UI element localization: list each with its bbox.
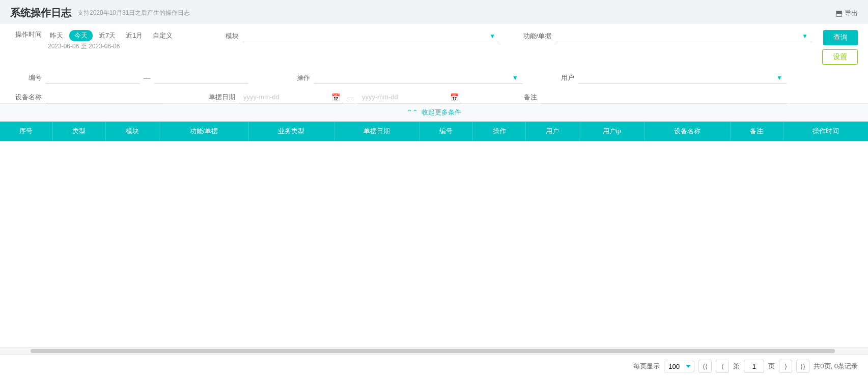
number-filter: 编号 — [10, 72, 248, 84]
col-function: 功能/单据 [159, 122, 248, 141]
page-input[interactable] [744, 360, 764, 373]
time-btn-1month[interactable]: 近1月 [122, 30, 147, 41]
first-page-button[interactable]: ⟨⟨ [698, 360, 712, 373]
operation-filter: 操作 ▼ [278, 72, 522, 84]
col-device: 设备名称 [645, 122, 730, 141]
export-button[interactable]: ⬒ 导出 [835, 9, 858, 18]
time-options-group: 昨天 今天 近7天 近1月 自定义 [46, 30, 177, 41]
page-unit: 页 [768, 362, 775, 371]
device-input[interactable] [46, 91, 163, 103]
number-dash: — [144, 74, 150, 82]
col-biz-type: 业务类型 [249, 122, 334, 141]
time-label: 操作时间 [10, 30, 46, 39]
filter-row-1: 操作时间 昨天 今天 近7天 近1月 自定义 2023-06-06 至 2023… [10, 30, 858, 65]
remark-input[interactable] [541, 91, 787, 103]
query-button[interactable]: 查询 [823, 30, 858, 45]
collapse-bar[interactable]: ⌃⌃ 收起更多条件 [0, 103, 868, 122]
col-op-time: 操作时间 [783, 122, 868, 141]
per-page-label: 每页显示 [633, 362, 660, 371]
collapse-label: 收起更多条件 [422, 108, 461, 116]
col-number: 编号 [419, 122, 472, 141]
time-btn-custom[interactable]: 自定义 [149, 30, 177, 41]
user-select[interactable] [578, 72, 787, 84]
number-label: 编号 [10, 73, 46, 82]
remark-filter: 备注 [506, 91, 787, 103]
action-buttons: 查询 设置 [822, 30, 858, 65]
col-remark: 备注 [730, 122, 783, 141]
function-filter: 功能/单据 ▼ [520, 30, 812, 42]
device-filter: 设备名称 [10, 91, 173, 103]
device-label: 设备名称 [10, 93, 46, 102]
filter-row-3: 设备名称 单据日期 📅 — 📅 备注 [10, 91, 858, 103]
col-seq: 序号 [0, 122, 52, 141]
page-container: 系统操作日志 支持2020年10月31日之后产生的操作日志 ⬒ 导出 操作时间 … [0, 0, 868, 378]
user-label: 用户 [543, 73, 578, 82]
table-wrapper: 序号 类型 模块 功能/单据 业务类型 单据日期 编号 操作 用户 用户ip 设… [0, 122, 868, 347]
time-filter-block: 操作时间 昨天 今天 近7天 近1月 自定义 2023-06-06 至 2023… [10, 30, 177, 51]
operation-label: 操作 [278, 73, 314, 82]
function-select[interactable] [555, 30, 812, 42]
col-operation: 操作 [472, 122, 525, 141]
filter-section: 操作时间 昨天 今天 近7天 近1月 自定义 2023-06-06 至 2023… [0, 24, 868, 103]
total-info: 共0页, 0条记录 [814, 362, 858, 371]
page-subtitle: 支持2020年10月31日之后产生的操作日志 [77, 9, 190, 17]
col-module: 模块 [106, 122, 159, 141]
col-type: 类型 [52, 122, 105, 141]
empty-area [0, 141, 868, 319]
number-input-to[interactable] [154, 72, 248, 84]
settings-button[interactable]: 设置 [822, 49, 858, 65]
horizontal-scrollbar[interactable] [0, 347, 868, 354]
col-doc-date: 单据日期 [334, 122, 419, 141]
export-label: 导出 [845, 9, 858, 18]
function-label: 功能/单据 [520, 32, 555, 41]
page-title: 系统操作日志 [10, 6, 71, 20]
pagination-bar: 每页显示 100 50 200 ⟨⟨ ⟨ 第 页 ⟩ ⟩⟩ 共0页, 0条记录 [0, 354, 868, 378]
time-btn-7days[interactable]: 近7天 [95, 30, 120, 41]
next-page-button[interactable]: ⟩ [779, 360, 792, 373]
time-btn-yesterday[interactable]: 昨天 [46, 30, 67, 41]
data-table: 序号 类型 模块 功能/单据 业务类型 单据日期 编号 操作 用户 用户ip 设… [0, 122, 868, 141]
time-btn-today[interactable]: 今天 [69, 30, 93, 41]
number-input-from[interactable] [46, 72, 139, 84]
date-label: 单据日期 [204, 93, 239, 102]
export-icon: ⬒ [835, 9, 843, 18]
module-filter: 模块 ▼ [207, 30, 499, 42]
time-range-display: 2023-06-06 至 2023-06-06 [48, 42, 177, 51]
calendar-from-icon[interactable]: 📅 [331, 93, 340, 101]
date-to-input[interactable] [358, 91, 462, 103]
module-select[interactable] [243, 30, 499, 42]
module-label: 模块 [207, 32, 243, 41]
collapse-icon: ⌃⌃ [407, 108, 418, 116]
filter-row-2: 编号 — 操作 ▼ 用户 [10, 72, 858, 84]
date-filter: 单据日期 📅 — 📅 [204, 91, 485, 103]
remark-label: 备注 [506, 93, 541, 102]
calendar-to-icon[interactable]: 📅 [450, 93, 459, 101]
table-header: 序号 类型 模块 功能/单据 业务类型 单据日期 编号 操作 用户 用户ip 设… [0, 122, 868, 141]
scrollbar-thumb[interactable] [31, 349, 835, 353]
prev-page-button[interactable]: ⟨ [716, 360, 729, 373]
table-header-row: 序号 类型 模块 功能/单据 业务类型 单据日期 编号 操作 用户 用户ip 设… [0, 122, 868, 141]
date-from-input[interactable] [239, 91, 343, 103]
page-label: 第 [733, 362, 740, 371]
col-user-ip: 用户ip [579, 122, 645, 141]
col-user: 用户 [526, 122, 579, 141]
page-header: 系统操作日志 支持2020年10月31日之后产生的操作日志 ⬒ 导出 [0, 0, 868, 24]
operation-select[interactable] [314, 72, 522, 84]
date-dash: — [347, 94, 354, 101]
per-page-select[interactable]: 100 50 200 [664, 361, 694, 372]
last-page-button[interactable]: ⟩⟩ [796, 360, 809, 373]
user-filter: 用户 ▼ [543, 72, 787, 84]
